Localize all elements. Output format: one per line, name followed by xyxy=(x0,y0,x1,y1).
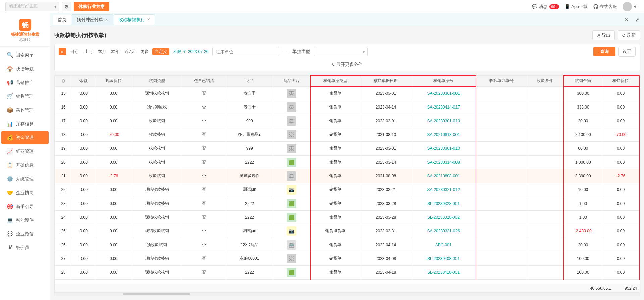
sidebar-item-quick[interactable]: 🏠 快捷导航 xyxy=(1,62,49,75)
horizontal-scrollbar[interactable] xyxy=(55,292,640,296)
date-this-year[interactable]: 本年 xyxy=(110,48,121,55)
query-button[interactable]: 查询 xyxy=(593,47,615,56)
table-row-balance: 0.00 xyxy=(72,224,95,238)
table-row-no: 26 xyxy=(55,238,72,252)
sidebar-item-purchase[interactable]: 📦 采购管理 xyxy=(1,103,49,117)
sidebar-item-inventory[interactable]: 📊 库存核算 xyxy=(1,117,49,130)
sidebar-item-hardware[interactable]: 💻 智能硬件 xyxy=(1,214,49,227)
filter-settings-button[interactable]: 设置 xyxy=(618,47,636,57)
search-icon: 🔍 xyxy=(7,52,13,58)
writeoff-bill-no-link[interactable]: SA-20230321-012 xyxy=(427,187,460,192)
writeoff-bill-no-link[interactable]: SA-20230331-026 xyxy=(427,229,460,233)
table-row-receipt-order-no xyxy=(476,238,527,252)
app-download-item[interactable]: 📱 App下载 xyxy=(565,4,588,10)
table-row-receipt-order-no xyxy=(476,155,527,169)
sidebar-item-system[interactable]: ⚙️ 系统管理 xyxy=(1,172,49,185)
table-row-writeoff-discount: 0.00 xyxy=(602,183,639,197)
writeoff-bill-no-link[interactable]: SL-20230328-001 xyxy=(427,201,460,206)
purchase-icon: 📦 xyxy=(7,107,13,113)
date-range-text: 不限 至 2023-07-26 xyxy=(173,49,208,55)
table-row-writeoff-bill-no: SA-20230331-026 xyxy=(411,224,476,238)
table-scroll[interactable]: ⚙ 余额 现金折扣 核销类型 包含已结清 商品 商品图片 核销单据类型 核销单据… xyxy=(55,75,640,284)
table-row-writeoff-discount: 0.00 xyxy=(602,224,639,238)
table-row-balance: 0.00 xyxy=(72,86,95,100)
table-row-writeoff-bill-no: SA-20210813-001 xyxy=(411,128,476,141)
industry-solution-button[interactable]: 休验行业方案 xyxy=(74,2,109,11)
table-row-include-settled: 否 xyxy=(182,224,226,238)
company-selector[interactable]: 畅捷通谱好生意 ▾ xyxy=(5,2,59,11)
date-7-days[interactable]: 近7天 xyxy=(123,48,137,55)
tab-prepay-close[interactable]: ✕ xyxy=(105,18,108,22)
writeoff-bill-no-link[interactable]: ABC-001 xyxy=(435,243,452,247)
table-row-balance: 0.00 xyxy=(72,128,95,141)
writeoff-bill-no-link[interactable]: SA-20230301-001 xyxy=(427,91,460,96)
sidebar-item-label: 智能硬件 xyxy=(16,217,34,223)
page-header: 收款核销执行(按收款) ↗ 导出 ↺ 刷新 xyxy=(54,30,640,40)
col-writeoff-amount-header: 核销金额 xyxy=(564,75,602,86)
sidebar-item-sales[interactable]: 🛒 销售管理 xyxy=(1,90,49,103)
date-this-month[interactable]: 本月 xyxy=(96,48,108,55)
sidebar-item-member[interactable]: V 畅会员 xyxy=(1,241,49,254)
sidebar-item-operation[interactable]: 📈 经营管理 xyxy=(1,145,49,158)
table-row-writeoff-bill-no: SA-20230414-017 xyxy=(411,100,476,114)
sidebar-item-search[interactable]: 🔍 搜索菜单 xyxy=(1,48,49,61)
table-row-cash-discount: 0.00 xyxy=(95,238,132,252)
table-row-receipt-order-no xyxy=(476,141,527,155)
export-button[interactable]: ↗ 导出 xyxy=(592,30,615,40)
date-last-month[interactable]: 上月 xyxy=(83,48,94,55)
table-row-writeoff-bill-type: 销货单 xyxy=(310,210,361,224)
table-row-receipt-order-no xyxy=(476,224,527,238)
online-service-item[interactable]: 🎧 在线客服 xyxy=(593,4,617,10)
table-row-writeoff-bill-date: 2023-03-28 xyxy=(361,210,411,224)
date-custom[interactable]: 自定义 xyxy=(152,48,169,55)
partner-input[interactable] xyxy=(212,47,279,56)
scroll-thumb[interactable] xyxy=(123,293,190,295)
date-more[interactable]: 更多 xyxy=(139,48,150,55)
sidebar-item-wechat[interactable]: 💬 企业微信 xyxy=(1,227,49,241)
sidebar-item-marketing[interactable]: 📢 营销推广 xyxy=(1,76,49,89)
home-icon: 🏠 xyxy=(7,66,13,72)
sidebar-item-basic[interactable]: 📋 基础信息 xyxy=(1,159,49,172)
tab-restore-button[interactable]: ⤢ xyxy=(633,16,641,23)
user-name-label: Rit xyxy=(633,4,639,9)
notification-item[interactable]: 💬 消息 99+ xyxy=(532,4,559,10)
table-row-balance: 0.00 xyxy=(72,238,95,252)
table-row-goods: 2222 xyxy=(226,155,273,169)
table-row-no: 21 xyxy=(55,169,72,183)
table-row-writeoff-type: 收款核销 xyxy=(132,114,182,128)
writeoff-bill-no-link[interactable]: SA-20230414-017 xyxy=(427,105,460,110)
writeoff-bill-no-link[interactable]: SA-20210808-001 xyxy=(427,174,460,178)
tab-close-all-button[interactable]: ✕ xyxy=(623,16,631,23)
top-bar-left: 畅捷通谱好生意 ▾ ⚙ 休验行业方案 xyxy=(5,2,528,11)
table-row-receipt-condition xyxy=(527,114,564,128)
tab-prepay[interactable]: 预付冲应付单 ✕ xyxy=(72,14,113,25)
writeoff-bill-no-link[interactable]: SL-20230328-002 xyxy=(427,215,460,220)
writeoff-bill-no-link[interactable]: SA-20210813-001 xyxy=(427,132,460,137)
table-row-cash-discount: 0.00 xyxy=(95,265,132,279)
sidebar-item-finance[interactable]: 💰 资金管理 xyxy=(1,131,49,144)
expand-conditions-button[interactable]: ∨ 展开更多条件 xyxy=(59,61,636,68)
tab-home[interactable]: 首页 xyxy=(53,15,71,25)
receipt-type-select[interactable] xyxy=(314,47,368,56)
writeoff-bill-no-link[interactable]: SA-20230301-010 xyxy=(427,146,460,151)
writeoff-bill-no-link[interactable]: SA-20230301-010 xyxy=(427,119,460,123)
tab-receipt-close[interactable]: ✕ xyxy=(147,17,150,22)
refresh-button[interactable]: ↺ 刷新 xyxy=(618,30,640,40)
export-label: 导出 xyxy=(602,32,610,38)
settings-gear-button[interactable]: ⚙ xyxy=(62,2,71,11)
table-row-no: 19 xyxy=(55,141,72,155)
tab-receipt[interactable]: 收款核销执行 ✕ xyxy=(114,14,155,25)
user-profile-item[interactable]: Rit xyxy=(623,2,639,11)
expand-filter-button[interactable]: » xyxy=(59,48,66,55)
writeoff-bill-no-link[interactable]: SL-20230418-001 xyxy=(427,270,460,275)
col-settings-header[interactable]: ⚙ xyxy=(55,75,72,86)
writeoff-bill-no-link[interactable]: SL-20230408-001 xyxy=(427,256,460,261)
sidebar-item-enterprise[interactable]: 🤝 企业协同 xyxy=(1,186,49,199)
tab-home-label: 首页 xyxy=(58,17,66,23)
table-row-receipt-condition xyxy=(527,197,564,210)
table-row-no: 22 xyxy=(55,183,72,197)
sidebar-item-guide[interactable]: 🎯 新手引导 xyxy=(1,200,49,213)
operation-icon: 📈 xyxy=(7,148,13,155)
writeoff-bill-no-link[interactable]: SA-20230314-008 xyxy=(427,160,460,165)
table-row-goods: 老白干 xyxy=(226,86,273,100)
